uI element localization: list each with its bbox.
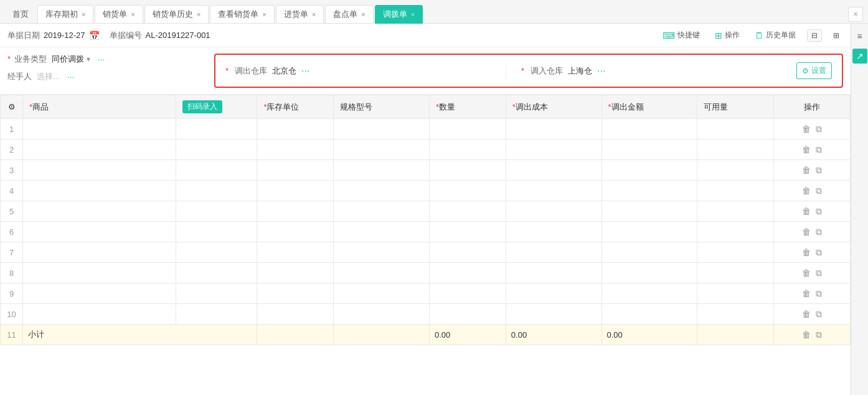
tab-inventory-init[interactable]: 库存期初 × (37, 5, 93, 24)
product-cell[interactable] (23, 160, 176, 181)
cost-cell[interactable] (506, 160, 601, 181)
cost-cell[interactable] (506, 263, 601, 283)
amount-cell[interactable] (601, 242, 697, 263)
window-close-button[interactable]: × (848, 7, 863, 22)
amount-cell[interactable] (601, 119, 697, 140)
qty-cell[interactable] (429, 181, 506, 201)
cost-cell[interactable] (506, 283, 601, 304)
copy-icon[interactable]: ⧉ (816, 186, 822, 196)
qty-cell[interactable] (429, 283, 506, 304)
amount-cell[interactable] (601, 304, 697, 325)
tab-view-sales[interactable]: 查看销货单 × (210, 5, 274, 24)
spec-cell[interactable] (334, 242, 430, 263)
product-cell[interactable] (23, 140, 176, 160)
spec-cell[interactable] (334, 201, 430, 222)
operations-button[interactable]: ⊞ 操作 (711, 29, 743, 42)
unit-cell[interactable] (257, 119, 334, 140)
amount-cell[interactable] (601, 263, 697, 283)
table-scroll-area[interactable]: ⚙ *商品 扫码录入 *库存单位 规格型号 *数量 (0, 95, 851, 395)
layout-toggle-2[interactable]: ⊞ (829, 30, 843, 41)
qty-cell[interactable] (429, 201, 506, 222)
unit-cell[interactable] (257, 160, 334, 181)
spec-cell[interactable] (334, 222, 430, 242)
layout-toggle-1[interactable]: ⊟ (807, 29, 822, 42)
tab-close-sales-history[interactable]: × (197, 11, 200, 18)
qty-cell[interactable] (429, 242, 506, 263)
amount-cell[interactable] (601, 160, 697, 181)
delete-icon[interactable]: 🗑 (802, 124, 811, 134)
tab-close-inventory-init[interactable]: × (82, 11, 85, 18)
product-cell[interactable] (23, 201, 176, 222)
spec-cell[interactable] (334, 160, 430, 181)
amount-cell[interactable] (601, 283, 697, 304)
operator-more[interactable]: ··· (67, 72, 75, 82)
operator-select[interactable]: 选择... (37, 71, 60, 82)
history-button[interactable]: 🗒 历史单据 (751, 29, 800, 42)
transfer-out-more[interactable]: ··· (301, 65, 491, 77)
copy-icon[interactable]: ⧉ (816, 288, 822, 299)
cost-cell[interactable] (506, 242, 601, 263)
sidebar-export-icon[interactable]: ↗ (852, 49, 867, 64)
copy-icon[interactable]: ⧉ (816, 268, 822, 278)
transfer-in-more[interactable]: ··· (597, 65, 786, 77)
tab-sales-order[interactable]: 销货单 × (95, 5, 143, 24)
unit-cell[interactable] (257, 304, 334, 325)
copy-icon[interactable]: ⧉ (816, 247, 822, 258)
qty-cell[interactable] (429, 140, 506, 160)
scan-button[interactable]: 扫码录入 (182, 100, 222, 113)
unit-cell[interactable] (257, 140, 334, 160)
delete-icon[interactable]: 🗑 (802, 165, 811, 175)
amount-cell[interactable] (601, 181, 697, 201)
product-cell[interactable] (23, 181, 176, 201)
unit-cell[interactable] (257, 283, 334, 304)
tab-close-stocktake[interactable]: × (361, 11, 365, 18)
qty-cell[interactable] (429, 263, 506, 283)
product-cell[interactable] (23, 242, 176, 263)
shortcuts-button[interactable]: ⌨ 快捷键 (659, 29, 704, 42)
qty-cell[interactable] (429, 160, 506, 181)
delete-icon[interactable]: 🗑 (802, 268, 811, 278)
tab-purchase-order[interactable]: 进货单 × (276, 5, 324, 24)
tab-stocktake[interactable]: 盘点单 × (325, 5, 373, 24)
copy-icon[interactable]: ⧉ (816, 330, 822, 340)
tab-home[interactable]: 首页 (5, 5, 36, 24)
tab-sales-history[interactable]: 销货单历史 × (144, 5, 209, 24)
copy-icon[interactable]: ⧉ (816, 227, 822, 237)
unit-cell[interactable] (257, 181, 334, 201)
tab-close-sales-order[interactable]: × (131, 11, 134, 18)
unit-cell[interactable] (257, 201, 334, 222)
delete-icon[interactable]: 🗑 (802, 247, 811, 257)
th-settings[interactable]: ⚙ (1, 95, 23, 119)
qty-cell[interactable] (429, 304, 506, 325)
copy-icon[interactable]: ⧉ (816, 309, 822, 320)
tab-close-purchase-order[interactable]: × (312, 11, 316, 18)
unit-cell[interactable] (257, 263, 334, 283)
cost-cell[interactable] (506, 304, 601, 325)
copy-icon[interactable]: ⧉ (816, 206, 822, 217)
delete-icon[interactable]: 🗑 (802, 145, 811, 155)
unit-cell[interactable] (257, 242, 334, 263)
cost-cell[interactable] (506, 140, 601, 160)
cost-cell[interactable] (506, 119, 601, 140)
copy-icon[interactable]: ⧉ (816, 165, 822, 176)
amount-cell[interactable] (601, 222, 697, 242)
cost-cell[interactable] (506, 201, 601, 222)
cost-cell[interactable] (506, 181, 601, 201)
delete-icon[interactable]: 🗑 (802, 227, 811, 237)
amount-cell[interactable] (601, 140, 697, 160)
settings-button[interactable]: ⚙ 设置 (796, 62, 832, 79)
business-type-more[interactable]: ··· (98, 54, 105, 64)
tab-close-view-sales[interactable]: × (262, 11, 266, 18)
product-cell[interactable] (23, 222, 176, 242)
product-cell[interactable] (23, 283, 176, 304)
delete-icon[interactable]: 🗑 (802, 186, 811, 196)
copy-icon[interactable]: ⧉ (816, 124, 822, 135)
spec-cell[interactable] (334, 304, 430, 325)
spec-cell[interactable] (334, 140, 430, 160)
calendar-icon[interactable]: 📅 (89, 31, 100, 40)
spec-cell[interactable] (334, 181, 430, 201)
spec-cell[interactable] (334, 283, 430, 304)
amount-cell[interactable] (601, 201, 697, 222)
delete-icon[interactable]: 🗑 (802, 206, 811, 216)
spec-cell[interactable] (334, 263, 430, 283)
